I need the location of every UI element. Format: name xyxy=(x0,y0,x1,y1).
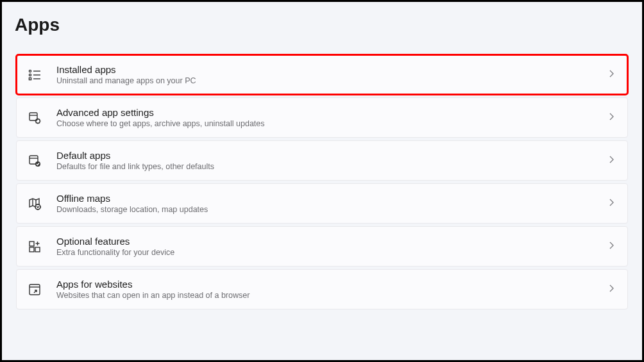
chevron-right-icon xyxy=(607,69,616,81)
settings-item-advanced-app-settings[interactable]: Advanced app settings Choose where to ge… xyxy=(16,97,628,138)
item-title: Offline maps xyxy=(56,193,602,204)
settings-item-offline-maps[interactable]: Offline maps Downloads, storage location… xyxy=(16,183,628,224)
item-title: Default apps xyxy=(56,150,602,161)
item-subtitle: Uninstall and manage apps on your PC xyxy=(56,76,602,85)
settings-list: Installed apps Uninstall and manage apps… xyxy=(16,54,628,309)
item-subtitle: Downloads, storage location, map updates xyxy=(56,205,602,214)
chevron-right-icon xyxy=(607,155,616,167)
apps-for-websites-icon xyxy=(27,282,42,297)
item-title: Optional features xyxy=(56,236,602,247)
page-title: Apps xyxy=(15,15,628,35)
chevron-right-icon xyxy=(607,198,616,210)
advanced-app-settings-icon xyxy=(27,110,42,126)
settings-item-optional-features[interactable]: Optional features Extra functionality fo… xyxy=(16,226,628,267)
offline-maps-icon xyxy=(27,196,42,211)
svg-point-0 xyxy=(29,70,31,72)
optional-features-icon xyxy=(27,239,42,254)
svg-rect-16 xyxy=(30,242,34,246)
item-title: Installed apps xyxy=(56,64,602,75)
svg-point-1 xyxy=(29,74,31,76)
chevron-right-icon xyxy=(607,241,616,252)
svg-rect-18 xyxy=(35,247,40,252)
item-title: Apps for websites xyxy=(56,279,602,290)
chevron-right-icon xyxy=(607,284,616,295)
item-subtitle: Websites that can open in an app instead… xyxy=(56,291,602,300)
svg-rect-17 xyxy=(30,247,34,252)
item-subtitle: Defaults for file and link types, other … xyxy=(56,162,602,171)
chevron-right-icon xyxy=(607,112,616,124)
default-apps-icon xyxy=(27,153,42,169)
svg-rect-21 xyxy=(30,284,40,295)
svg-point-8 xyxy=(36,119,40,122)
svg-rect-2 xyxy=(29,78,31,79)
installed-apps-icon xyxy=(27,67,42,83)
item-title: Advanced app settings xyxy=(56,107,602,118)
settings-item-installed-apps[interactable]: Installed apps Uninstall and manage apps… xyxy=(16,54,628,95)
item-subtitle: Choose where to get apps, archive apps, … xyxy=(56,119,602,128)
settings-item-default-apps[interactable]: Default apps Defaults for file and link … xyxy=(16,140,628,181)
item-subtitle: Extra functionality for your device xyxy=(56,248,602,257)
settings-item-apps-for-websites[interactable]: Apps for websites Websites that can open… xyxy=(16,269,628,309)
